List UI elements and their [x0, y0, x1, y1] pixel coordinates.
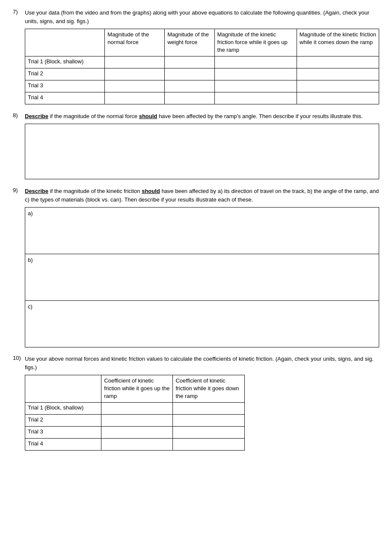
q7-trial3-col1[interactable]	[105, 80, 165, 92]
q9-subq-c-label: c)	[28, 303, 33, 310]
q9-describe: Describe	[25, 188, 48, 194]
q7-trial2-col2[interactable]	[165, 68, 214, 80]
q8-text: Describe if the magnitude of the normal …	[25, 112, 379, 121]
q10-number: 10)	[13, 355, 22, 371]
q8-text-middle: if the magnitude of the normal force	[48, 113, 139, 119]
table-row: Trial 4	[25, 438, 245, 450]
q10-trial3-col1[interactable]	[101, 426, 173, 438]
q7-trial4-label: Trial 4	[25, 92, 105, 104]
question-8: 8) Describe if the magnitude of the norm…	[13, 112, 379, 180]
q8-describe: Describe	[25, 113, 48, 119]
q10-trial4-col2[interactable]	[173, 438, 244, 450]
q10-col2-header: Coefficient of kinetic friction while it…	[173, 375, 244, 403]
q7-header-row: Magnitude of the normal force Magnitude …	[25, 29, 379, 56]
q8-should: should	[139, 113, 157, 119]
q9-text: Describe if the magnitude of the kinetic…	[25, 187, 379, 204]
q10-trial4-label: Trial 4	[25, 438, 101, 450]
q7-trial2-label: Trial 2	[25, 68, 105, 80]
q9-subquestion-c[interactable]: c)	[25, 300, 379, 347]
q10-trial1-col2[interactable]	[173, 402, 244, 414]
q10-table: Coefficient of kinetic friction while it…	[25, 375, 245, 451]
table-row: Trial 1 (Block, shallow)	[25, 56, 379, 68]
q9-subquestion-b[interactable]: b)	[25, 254, 379, 301]
q7-col1-header: Magnitude of the normal force	[105, 29, 165, 56]
q9-should: should	[142, 188, 160, 194]
q10-trial4-col1[interactable]	[101, 438, 173, 450]
q9-text-middle: if the magnitude of the kinetic friction	[48, 188, 142, 194]
q8-text-end: have been affected by the ramp's angle. …	[157, 113, 362, 119]
q7-trial1-col3[interactable]	[214, 56, 297, 68]
q8-header: 8) Describe if the magnitude of the norm…	[13, 112, 379, 121]
q7-trial3-col3[interactable]	[214, 80, 297, 92]
q10-col1-header: Coefficient of kinetic friction while it…	[101, 375, 173, 403]
q10-trial1-label: Trial 1 (Block, shallow)	[25, 402, 101, 414]
q7-trial4-col1[interactable]	[105, 92, 165, 104]
q7-trial1-col4[interactable]	[297, 56, 379, 68]
q10-trial2-label: Trial 2	[25, 414, 101, 426]
q7-trial4-col4[interactable]	[297, 92, 379, 104]
q7-trial1-col2[interactable]	[165, 56, 214, 68]
q10-col0-header	[25, 375, 101, 403]
table-row: Trial 2	[25, 68, 379, 80]
q9-subq-a-label: a)	[28, 210, 33, 217]
q7-trial2-col4[interactable]	[297, 68, 379, 80]
q7-trial4-col3[interactable]	[214, 92, 297, 104]
q10-trial3-label: Trial 3	[25, 426, 101, 438]
table-row: Trial 3	[25, 426, 245, 438]
table-row: Trial 3	[25, 80, 379, 92]
question-10: 10) Use your above normal forces and kin…	[13, 355, 379, 451]
q10-header: 10) Use your above normal forces and kin…	[13, 355, 379, 371]
q7-col0-header	[25, 29, 105, 56]
q7-trial3-col2[interactable]	[165, 80, 214, 92]
q7-col3-header: Magnitude of the kinetic friction force …	[214, 29, 297, 56]
q10-text: Use your above normal forces and kinetic…	[25, 355, 379, 371]
q9-header: 9) Describe if the magnitude of the kine…	[13, 187, 379, 204]
q10-header-row: Coefficient of kinetic friction while it…	[25, 375, 245, 403]
table-row: Trial 1 (Block, shallow)	[25, 402, 245, 414]
table-row: Trial 2	[25, 414, 245, 426]
q10-trial2-col2[interactable]	[173, 414, 244, 426]
q7-trial2-col1[interactable]	[105, 68, 165, 80]
q9-subq-b-label: b)	[28, 257, 33, 263]
q8-answer-box[interactable]	[25, 124, 379, 179]
q7-text: Use your data (from the video and from t…	[25, 9, 379, 25]
q9-subquestion-boxes: a) b) c)	[25, 207, 379, 347]
q7-trial3-col4[interactable]	[297, 80, 379, 92]
q9-subquestion-a[interactable]: a)	[25, 207, 379, 254]
q10-trial1-col1[interactable]	[101, 402, 173, 414]
q9-number: 9)	[13, 187, 22, 204]
q7-trial2-col3[interactable]	[214, 68, 297, 80]
q7-col2-header: Magnitude of the weight force	[165, 29, 214, 56]
q7-trial1-label: Trial 1 (Block, shallow)	[25, 56, 105, 68]
q7-number: 7)	[13, 9, 22, 25]
q10-trial3-col2[interactable]	[173, 426, 244, 438]
q7-table: Magnitude of the normal force Magnitude …	[25, 29, 379, 104]
q8-number: 8)	[13, 112, 22, 121]
q7-trial1-col1[interactable]	[105, 56, 165, 68]
question-9: 9) Describe if the magnitude of the kine…	[13, 187, 379, 347]
q7-trial3-label: Trial 3	[25, 80, 105, 92]
q7-col4-header: Magnitude of the kinetic friction while …	[297, 29, 379, 56]
question-7: 7) Use your data (from the video and fro…	[13, 9, 379, 104]
q7-trial4-col2[interactable]	[165, 92, 214, 104]
q7-header: 7) Use your data (from the video and fro…	[13, 9, 379, 25]
q10-trial2-col1[interactable]	[101, 414, 173, 426]
table-row: Trial 4	[25, 92, 379, 104]
